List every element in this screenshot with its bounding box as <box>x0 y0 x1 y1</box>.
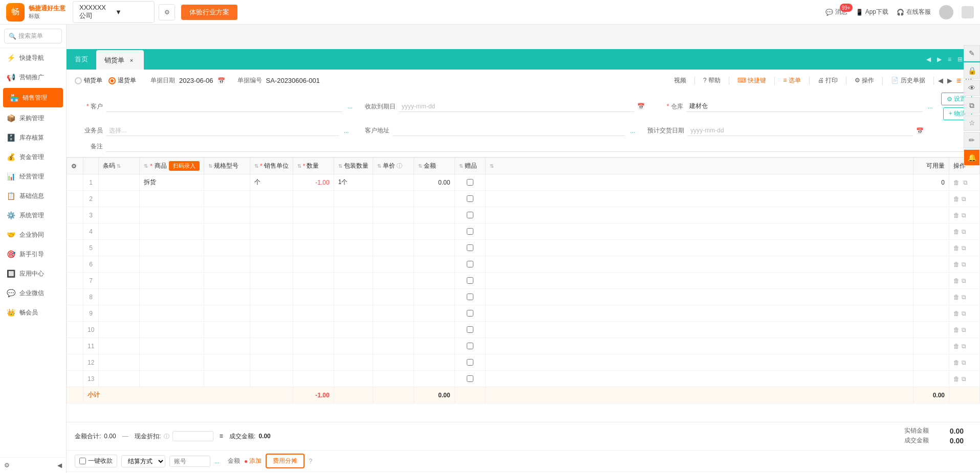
right-tool-copy[interactable]: ⧉ <box>964 97 980 114</box>
row-copy-icon[interactable]: ⧉ <box>962 195 966 202</box>
price-info-icon[interactable]: ⓘ <box>397 162 402 170</box>
sidebar: 🔍 搜索菜单 ⚡ 快捷导航 📢 营销推广 🏪 销售管理 📦 采购管理 🗄️ 库存… <box>0 25 67 473</box>
member-icon: 👑 <box>6 308 15 317</box>
table-settings-icon[interactable]: ⚙ <box>71 163 77 170</box>
row1-amount: 0.00 <box>413 174 454 191</box>
sidebar-item-wechat[interactable]: 💬 企业微信 <box>0 283 66 303</box>
tab-home[interactable]: 首页 <box>67 49 96 70</box>
tab-list-view[interactable]: ≡ <box>946 56 953 63</box>
tab-nav-next[interactable]: ▶ <box>935 56 944 63</box>
sidebar-item-operations[interactable]: 📊 经营管理 <box>0 167 66 186</box>
radio-sales-label: 销货单 <box>84 76 102 85</box>
notification-button[interactable]: 💬 消息 99+ <box>825 8 847 16</box>
brand-logo: 畅 <box>6 3 25 21</box>
table-row: 3 🗑⧉ <box>67 207 980 223</box>
user-avatar[interactable] <box>939 5 953 19</box>
row1-delete-icon[interactable]: 🗑 <box>953 179 960 186</box>
salesperson-ellipsis[interactable]: ... <box>342 127 351 134</box>
sidebar-item-marketing[interactable]: 📢 营销推广 <box>0 67 66 87</box>
row-delete-icon[interactable]: 🗑 <box>953 195 960 202</box>
equals-sign: = <box>220 433 223 440</box>
radio-sales[interactable]: 销货单 <box>75 76 102 85</box>
date-calendar-icon[interactable]: 📅 <box>217 77 225 84</box>
fee-help-icon[interactable]: ? <box>309 457 312 465</box>
nav-prev-button[interactable]: ◀ <box>938 77 943 84</box>
due-date-input[interactable] <box>399 101 634 112</box>
company-selector[interactable]: XXXXXX公司 ▼ <box>73 1 155 23</box>
add-payment-button[interactable]: ● 添加 <box>244 457 262 465</box>
trial-button[interactable]: 体验行业方案 <box>181 5 237 20</box>
row1-gift[interactable] <box>454 174 485 191</box>
right-tool-star[interactable]: ☆ <box>964 115 980 131</box>
view-list-button[interactable]: ≡ <box>956 76 961 85</box>
tab-sales-order-label: 销货单 <box>104 56 124 65</box>
operate-button[interactable]: ⚙ 操作 <box>851 75 878 86</box>
notes-input[interactable] <box>106 141 972 152</box>
sidebar-item-quick-nav[interactable]: ⚡ 快捷导航 <box>0 48 66 67</box>
print-button[interactable]: 🖨 打印 <box>814 75 842 86</box>
tab-nav-prev[interactable]: ◀ <box>924 56 933 63</box>
fee-split-button[interactable]: 费用分摊 <box>266 454 304 468</box>
one-click-payment-button[interactable]: 一键收款 <box>75 455 117 467</box>
cash-discount-input[interactable] <box>172 431 213 441</box>
sidebar-item-app-center[interactable]: 🔲 应用中心 <box>0 264 66 283</box>
expected-date-calendar-icon[interactable]: 📅 <box>916 127 924 134</box>
operations-label: 经营管理 <box>19 172 44 181</box>
right-tool-alert[interactable]: 🔔 <box>964 149 980 166</box>
warehouse-ellipsis[interactable]: ... <box>926 103 935 110</box>
account-input[interactable] <box>169 456 210 467</box>
sidebar-item-base-info[interactable]: 📋 基础信息 <box>0 186 66 206</box>
app-center-icon: 🔲 <box>6 269 15 278</box>
sidebar-item-member[interactable]: 👑 畅会员 <box>0 303 66 322</box>
customer-addr-input[interactable] <box>393 125 625 136</box>
ellipsis-account[interactable]: ... <box>214 458 220 465</box>
history-button[interactable]: 📄 历史单据 <box>887 75 929 86</box>
warehouse-input[interactable] <box>686 101 923 112</box>
row1-qty[interactable]: -1.00 <box>293 174 334 191</box>
nav-next-button[interactable]: ▶ <box>947 77 952 84</box>
customer-addr-ellipsis[interactable]: ... <box>628 127 637 134</box>
select-order-button[interactable]: ≡ 选单 <box>779 75 804 86</box>
one-click-checkbox[interactable] <box>79 458 86 464</box>
sidebar-item-sales[interactable]: 🏪 销售管理 <box>3 88 63 107</box>
help-button[interactable]: ? 帮助 <box>699 75 725 86</box>
row1-spec[interactable] <box>204 174 250 191</box>
right-tool-lock[interactable]: 🔒 <box>964 62 980 79</box>
app-download-button[interactable]: 📱 App下载 <box>856 8 888 16</box>
expected-date-input[interactable] <box>687 125 913 136</box>
date-value: 2023-06-06 <box>179 77 213 84</box>
row1-copy-icon[interactable]: ⧉ <box>963 179 968 186</box>
sidebar-collapse-button[interactable]: ◀ <box>57 462 62 469</box>
salesperson-input[interactable] <box>106 125 339 136</box>
order-value: SA-20230606-001 <box>266 77 320 84</box>
user-menu-button[interactable] <box>962 6 974 18</box>
customer-input[interactable] <box>106 101 342 112</box>
tab-sales-order[interactable]: 销货单 × <box>96 50 144 71</box>
separator-4 <box>809 77 810 85</box>
cash-discount-info[interactable]: ⓘ <box>164 433 169 440</box>
shortcut-button[interactable]: ⌨ 快捷键 <box>733 75 770 86</box>
online-support-button[interactable]: 🎧 在线客服 <box>897 8 931 16</box>
row1-price[interactable] <box>373 174 413 191</box>
right-tool-eye[interactable]: 👁 <box>964 80 980 96</box>
tab-close-button[interactable]: × <box>127 56 136 64</box>
sidebar-settings-button[interactable]: ⚙ <box>4 462 10 469</box>
video-button[interactable]: 视频 <box>670 75 690 86</box>
settings-gear-button[interactable]: ⚙ <box>159 4 175 20</box>
right-tool-pencil[interactable]: ✏ <box>964 132 980 148</box>
customer-ellipsis[interactable]: ... <box>345 103 355 110</box>
sidebar-item-purchase[interactable]: 📦 采购管理 <box>0 108 66 128</box>
payment-method-select[interactable]: 结算方式 <box>121 455 165 467</box>
sidebar-item-finance[interactable]: 💰 资金管理 <box>0 147 66 167</box>
sidebar-item-cooperation[interactable]: 🤝 企业协同 <box>0 225 66 244</box>
scan-button[interactable]: 扫码录入 <box>169 161 200 171</box>
sidebar-item-guide[interactable]: 🎯 新手引导 <box>0 244 66 264</box>
search-menu-button[interactable]: 🔍 搜索菜单 <box>4 29 62 43</box>
sidebar-item-system[interactable]: ⚙️ 系统管理 <box>0 206 66 225</box>
right-tool-edit[interactable]: ✎ <box>964 45 980 61</box>
row1-barcode[interactable] <box>99 174 140 191</box>
due-date-calendar-icon[interactable]: 📅 <box>637 103 645 110</box>
radio-return[interactable]: 退货单 <box>108 76 136 85</box>
sidebar-item-inventory[interactable]: 🗄️ 库存核算 <box>0 128 66 147</box>
row1-note[interactable] <box>485 174 913 191</box>
